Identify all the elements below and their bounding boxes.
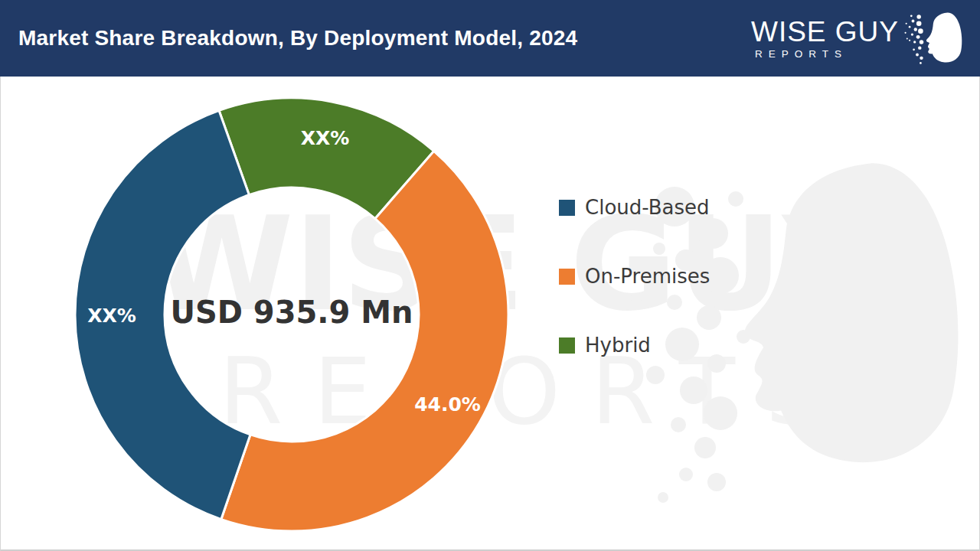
chart-area: WISE GUY REPORTS XX%44.0%XX% USD 935.9 M… (0, 77, 980, 551)
legend-swatch-on-premises (559, 269, 575, 285)
legend: Cloud-Based On-Premises Hybrid (559, 195, 710, 402)
legend-item-hybrid: Hybrid (559, 333, 710, 357)
legend-swatch-cloud-based (559, 200, 575, 216)
logo-wordmark-block: WISE GUY REPORTS (751, 18, 899, 60)
legend-label-cloud-based: Cloud-Based (585, 197, 710, 217)
legend-item-on-premises: On-Premises (559, 264, 710, 289)
donut-chart: XX%44.0%XX% (1, 77, 980, 551)
slice-label-cloud-based: XX% (87, 305, 136, 327)
slice-label-on-premises: 44.0% (414, 393, 481, 416)
wiseguy-face-icon (900, 8, 968, 69)
donut-center-value: USD 935.9 Mn (170, 297, 413, 328)
slice-label-hybrid: XX% (301, 127, 350, 149)
logo-subtext: REPORTS (751, 49, 899, 60)
chart-title: Market Share Breakdown, By Deployment Mo… (0, 27, 577, 51)
wiseguy-logo: WISE GUY REPORTS (751, 0, 968, 77)
logo-wordmark: WISE GUY (751, 18, 899, 46)
legend-item-cloud-based: Cloud-Based (559, 195, 710, 220)
legend-swatch-hybrid (559, 337, 575, 354)
header-bar: Market Share Breakdown, By Deployment Mo… (0, 0, 980, 77)
legend-label-on-premises: On-Premises (585, 266, 710, 286)
legend-label-hybrid: Hybrid (585, 335, 651, 355)
